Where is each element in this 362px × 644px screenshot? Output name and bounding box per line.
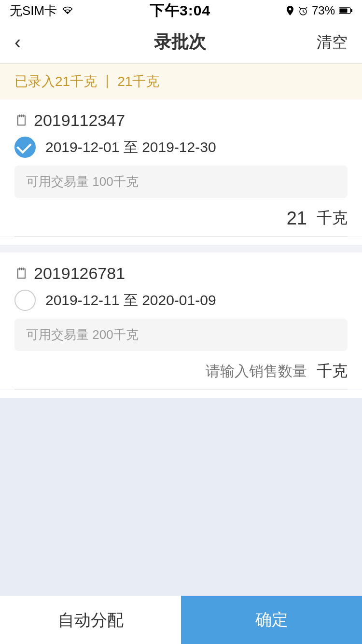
status-right: 73% [286, 4, 352, 17]
alarm-icon [298, 5, 308, 16]
batch2-quantity-input[interactable] [124, 363, 307, 379]
recorded-label: 已录入21千克 [14, 72, 97, 91]
svg-rect-3 [351, 9, 352, 12]
recorded-value: 21千克 [117, 72, 159, 91]
banner-divider [107, 75, 108, 88]
batch2-available: 可用交易量 200千克 [14, 319, 348, 351]
batch1-quantity-row: 千克 [0, 198, 362, 237]
batch2-unit: 千克 [317, 361, 348, 382]
batch1-radio[interactable] [14, 137, 36, 158]
batch1-date-row[interactable]: 2019-12-01 至 2019-12-30 [14, 137, 348, 158]
back-button[interactable]: ‹ [14, 31, 43, 53]
batch1-date: 2019-12-01 至 2019-12-30 [45, 138, 216, 157]
no-sim-text: 无SIM卡 [10, 2, 57, 19]
battery-percentage: 73% [312, 4, 335, 17]
batch2-date-row[interactable]: 2019-12-11 至 2020-01-09 [14, 290, 348, 311]
batch1-available: 可用交易量 100千克 [14, 166, 348, 198]
battery-icon [339, 7, 352, 14]
status-bar: 无SIM卡 下午3:04 73% [0, 0, 362, 21]
auto-distribute-button[interactable]: 自动分配 [0, 596, 181, 644]
batch1-doc-icon: 🗒 [14, 112, 29, 129]
batch1-id: 2019112347 [34, 111, 125, 130]
page-title: 录批次 [154, 30, 206, 54]
status-left: 无SIM卡 [10, 2, 74, 19]
batch2-id: 2019126781 [34, 264, 125, 283]
batch2-date: 2019-12-11 至 2020-01-09 [45, 291, 216, 310]
separator-1 [0, 245, 362, 252]
clear-button[interactable]: 清空 [317, 32, 348, 53]
batch1-unit: 千克 [317, 208, 348, 229]
wifi-icon [61, 6, 74, 15]
status-time: 下午3:04 [150, 1, 210, 21]
batch2-header: 🗒 2019126781 [14, 264, 348, 283]
confirm-button[interactable]: 确定 [181, 596, 362, 644]
empty-area [0, 398, 362, 610]
batch1-header: 🗒 2019112347 [14, 111, 348, 130]
batch2-quantity-row: 千克 [0, 351, 362, 390]
batch2-spacer [0, 390, 362, 398]
batch2-doc-icon: 🗒 [14, 266, 29, 282]
bottom-bar: 自动分配 确定 [0, 596, 362, 644]
batch2-radio[interactable] [14, 290, 36, 311]
batch-card-1: 🗒 2019112347 2019-12-01 至 2019-12-30 可用交… [0, 99, 362, 198]
batch-card-2: 🗒 2019126781 2019-12-11 至 2020-01-09 可用交… [0, 252, 362, 351]
nav-bar: ‹ 录批次 清空 [0, 21, 362, 64]
svg-rect-2 [339, 9, 347, 13]
location-icon [286, 5, 294, 16]
info-banner: 已录入21千克 21千克 [0, 64, 362, 99]
batch1-spacer [0, 237, 362, 245]
batch1-quantity-input[interactable] [78, 208, 307, 229]
